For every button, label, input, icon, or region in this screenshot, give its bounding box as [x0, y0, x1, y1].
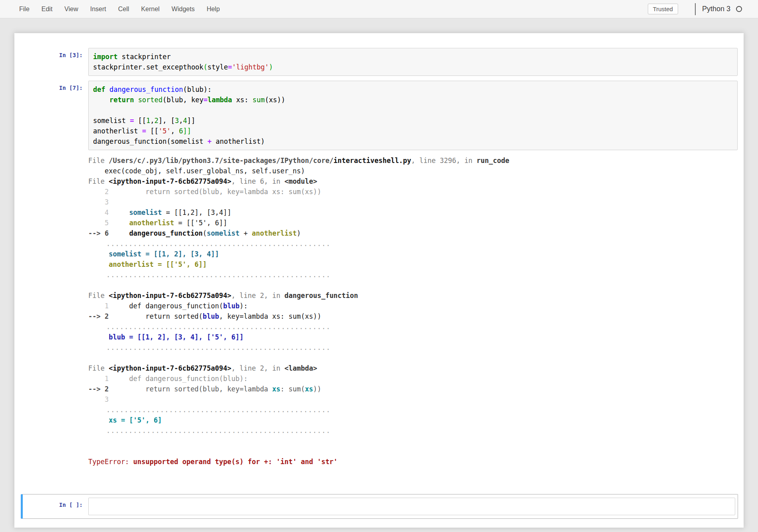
menubar: File Edit View Insert Cell Kernel Widget… [0, 0, 758, 18]
input-prompt-2: In [7]: [23, 81, 88, 91]
menu-help[interactable]: Help [200, 0, 226, 18]
input-prompt-3: In [ ]: [23, 498, 88, 508]
code-cell-1: In [3]: import stackprinterstackprinter.… [21, 46, 738, 78]
menu-widgets[interactable]: Widgets [166, 0, 201, 18]
code-editor-2[interactable]: def dangerous_function(blub): return sor… [88, 81, 738, 150]
code-editor-1[interactable]: import stackprinterstackprinter.set_exce… [88, 48, 738, 76]
kernel-separator [695, 3, 696, 15]
trusted-badge[interactable]: Trusted [648, 4, 678, 14]
menu-cell[interactable]: Cell [112, 0, 135, 18]
traceback-output: File /Users/c/.py3/lib/python3.7/site-pa… [88, 150, 738, 472]
menu-view[interactable]: View [58, 0, 84, 18]
kernel-name: Python 3 [702, 5, 730, 13]
menu-insert[interactable]: Insert [84, 0, 112, 18]
menu-file[interactable]: File [14, 0, 36, 18]
menubar-right: Trusted Python 3 [648, 3, 742, 15]
kernel-idle-icon [736, 6, 742, 12]
input-prompt-1: In [3]: [23, 48, 88, 58]
code-editor-3-empty[interactable] [88, 498, 735, 515]
menu-kernel[interactable]: Kernel [135, 0, 165, 18]
code-cell-3-selected[interactable]: In [ ]: [21, 494, 738, 519]
menu: File Edit View Insert Cell Kernel Widget… [14, 0, 226, 18]
menu-edit[interactable]: Edit [36, 0, 59, 18]
notebook: In [3]: import stackprinterstackprinter.… [14, 33, 744, 528]
code-cell-2: In [7]: def dangerous_function(blub): re… [21, 78, 738, 474]
